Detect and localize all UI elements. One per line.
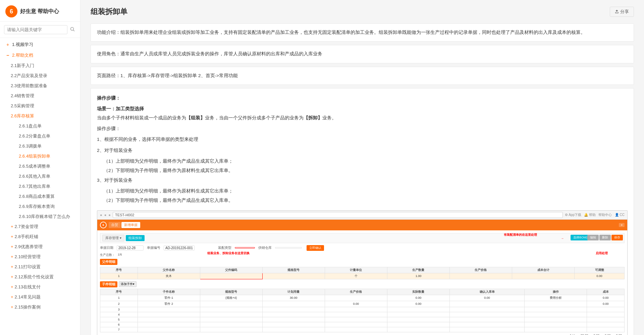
annotation-callout3: 启用处理 — [596, 251, 608, 256]
sidebar-item-inv-261[interactable]: 2.6.1盘点单 — [16, 121, 80, 131]
page-title: 组装拆卸单 — [91, 7, 127, 17]
search-button[interactable] — [69, 25, 76, 34]
operations-section: 操作步骤： 场景一：加工类型选择 当由多个子件材料组装成一个成品的业务为【组装】… — [91, 88, 634, 335]
ss-th-qty: 生产数量 — [387, 267, 449, 273]
screenshot-container: ● ● ● TEST-H002 ⚙ App下载 🔔 帮助 帮助中心 👤 CC 6… — [97, 210, 628, 335]
sidebar-item-inv-268[interactable]: 2.6.8商品成本重算 — [16, 191, 80, 202]
steps-title: 操作步骤： — [97, 95, 628, 101]
ss-td-adj: 0.00 — [575, 273, 625, 279]
ss-footer-val2: 0.00 — [593, 334, 599, 335]
ss-th2-plan: 计划用量 — [262, 289, 325, 295]
ss-form-wh-label: 供销仓库 — [258, 245, 272, 250]
ss-qty-row: 生产总数： 1/6 — [100, 253, 625, 257]
sidebar-item-data-prep[interactable]: 2.3使用前数据准备 — [11, 81, 80, 91]
sidebar-item-inv-267[interactable]: 2.6.7其他出库单 — [16, 181, 80, 191]
ss-td-code — [200, 273, 262, 279]
search-area — [0, 22, 80, 38]
sidebar-item-sales[interactable]: 2.4销售管理 — [11, 91, 80, 101]
search-input[interactable] — [4, 25, 67, 34]
sidebar-item-inv-2610[interactable]: 2.6.10库存账本错了怎么办 — [16, 212, 80, 222]
ss-nav-logo: 6 — [100, 222, 107, 228]
nav-sub-docs: 2.1新手入门 2.2产品安装及登录 2.3使用前数据准备 2.4销售管理 2.… — [0, 61, 80, 312]
sidebar-item-data-prep-label: 2.3使用前数据准备 — [11, 83, 47, 88]
ss-footer-val3: 0.00 — [605, 334, 611, 335]
ss-action-btns: 编辑 删除 保存 — [587, 235, 623, 240]
screenshot-inner: ● ● ● TEST-H002 ⚙ App下载 🔔 帮助 帮助中心 👤 CC 6… — [97, 211, 627, 335]
ss-th2-seq: 序号 — [100, 289, 138, 295]
step2-sub2: （2）下部明细为子件明细，最终作为原材料生成其它出库单。 — [104, 167, 628, 175]
sidebar-item-inv-266[interactable]: 2.6.6其他入库单 — [16, 171, 80, 181]
sidebar-item-print[interactable]: +2.11打印设置 — [11, 262, 80, 272]
ss-td-price — [449, 273, 512, 279]
ss-footer-label: 合计 — [569, 334, 575, 335]
logo-area: 6 好生意 帮助中心 — [0, 0, 80, 22]
scene1-title: 场景一：加工类型选择 — [97, 106, 628, 112]
share-label: 分享 — [620, 9, 629, 15]
ss-form-type — [235, 247, 255, 248]
sidebar-item-cases[interactable]: +2.15操作案例 — [11, 302, 80, 312]
ss-btn-assembly: 组装拆卸 — [126, 235, 145, 241]
sidebar-item-docs[interactable]: − 2.帮助文档 — [0, 50, 80, 61]
ss-form-type-label: 装配类型 — [218, 245, 231, 250]
sidebar-item-online-pay[interactable]: +2.13在线支付 — [11, 282, 80, 292]
sidebar-item-custom[interactable]: +2.12系统个性化设置 — [11, 272, 80, 282]
table-row: 6 — [100, 322, 625, 327]
sidebar-item-inv-263[interactable]: 2.6.3调拨单 — [16, 141, 80, 151]
table-row: 5 — [100, 317, 625, 322]
ss-form-no: AD-20191226-001 — [164, 245, 195, 250]
ss-td-spec — [262, 273, 325, 279]
sidebar-item-inv-269[interactable]: 2.6.9库存账本查询 — [16, 202, 80, 212]
ss-th2-op: 操作 — [525, 289, 587, 295]
sidebar-item-mobile[interactable]: +2.8手机旺铺 — [11, 232, 80, 242]
app-logo-text: 好生意 帮助中心 — [20, 8, 59, 15]
intro-block: 功能介绍：组装拆卸单用来处理企业组装或拆卸等加工业务，支持有固定装配清单的产品加… — [91, 23, 634, 42]
path-block: 页面路径：1、库存核算->库存管理->组装拆卸单 2、首页->常用功能 — [91, 67, 634, 85]
sidebar-item-inv-264[interactable]: 2.6.4组装拆卸单 — [16, 151, 80, 161]
sidebar-item-purchase-label: 2.5采购管理 — [11, 103, 34, 108]
sidebar-item-purchase[interactable]: 2.5采购管理 — [11, 101, 80, 111]
sidebar-item-video-label: 1.视频学习 — [12, 42, 33, 48]
sidebar-item-coupon[interactable]: +2.9优惠券管理 — [11, 242, 80, 252]
sidebar-item-inv-262[interactable]: 2.6.2分量盘点单 — [16, 131, 80, 141]
ss-body: 库存管理 ▾ 组装拆卸 有装配清单的在这里处理 → 选择BOM清单 ▾ 编辑 删… — [97, 230, 627, 335]
annotation-arrow1: → — [561, 237, 564, 240]
ss-th-price: 生产价格 — [449, 267, 512, 273]
sidebar-item-inv-265[interactable]: 2.6.5成本调整单 — [16, 161, 80, 171]
sidebar-item-install[interactable]: 2.2产品安装及登录 — [11, 71, 80, 81]
sidebar-item-inventory[interactable]: 2.6库存核算 — [11, 111, 80, 121]
step1: 1、根据不同的业务，选择不同单据的类型来处理 — [97, 135, 628, 144]
ss-btn-inventory: 库存管理 ▾ — [102, 235, 124, 241]
sidebar-item-newbie-label: 2.1新手入门 — [11, 63, 34, 68]
ss-table-parent: 序号 父件名称 父件编码 规格型号 计量单位 生产数量 生产价格 成本合计 可调… — [100, 267, 625, 279]
app-logo-icon: 6 — [5, 5, 17, 17]
ss-table-child: 序号 子件名称 规格型号 计划用量 生产价格 实际数量 确认入库单 操作 成本 — [100, 289, 625, 332]
sidebar-item-inventory-label: 2.6库存核算 — [11, 113, 34, 118]
annotation-callout1: 有装配清单的在这里处理 — [504, 233, 537, 237]
table-row: 3 — [100, 307, 625, 312]
ss-topbar: ● ● ● TEST-H002 ⚙ App下载 🔔 帮助 帮助中心 👤 CC — [97, 211, 627, 220]
sidebar-item-finance[interactable]: +2.7资金管理 — [11, 222, 80, 232]
table-row: 7 — [100, 327, 625, 332]
ss-th2-price: 生产价格 — [325, 289, 387, 295]
sidebar-item-faq[interactable]: +2.14常见问题 — [11, 292, 80, 302]
step3: 3、对于拆装业务 — [97, 176, 628, 184]
ss-th2-confirm: 确认入库单 — [449, 289, 524, 295]
path-text: 页面路径：1、库存核算->库存管理->组装拆卸单 2、首页->常用功能 — [97, 73, 238, 78]
step2: 2、对于组装业务 — [97, 147, 628, 155]
annotation-callout2: 组装业务、拆卸业务在这里切换 — [207, 251, 250, 256]
minus-icon: − — [5, 53, 10, 58]
ss-footer-val4: 0.00 — [616, 334, 622, 335]
ss-td-name: 夹木 — [138, 273, 200, 279]
ss-th-adj: 可调整 — [575, 267, 625, 273]
sidebar-item-ops[interactable]: +2.10经营管理 — [11, 252, 80, 262]
ss-td-qty: 1.00 — [387, 273, 449, 279]
steps-label: 操作步骤： — [97, 125, 628, 133]
ss-form-wh — [275, 247, 302, 248]
sidebar-item-video[interactable]: + 1.视频学习 — [0, 39, 80, 50]
sidebar-item-newbie[interactable]: 2.1新手入门 — [11, 61, 80, 71]
ss-form-no-label: 单据编号 — [147, 245, 160, 250]
share-button[interactable]: 分享 — [610, 7, 634, 17]
ss-url: TEST-H002 — [113, 212, 563, 218]
sidebar-item-sales-label: 2.4销售管理 — [11, 93, 34, 98]
ss-btn-confirm: 立即确认 — [307, 245, 324, 251]
